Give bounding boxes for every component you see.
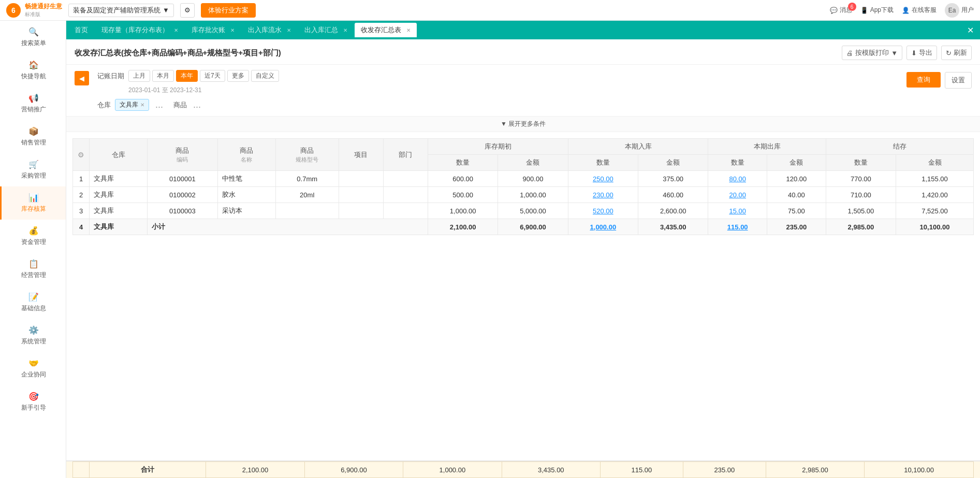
sub-label: 小计 xyxy=(148,219,428,235)
cell-bal-amt: 7,525.00 xyxy=(896,203,974,219)
date-btn-this-month[interactable]: 本月 xyxy=(152,70,174,82)
cell-out-qty[interactable]: 20.00 xyxy=(708,187,767,203)
export-btn[interactable]: ⬇ 导出 xyxy=(906,46,937,60)
tab-inventory-dist[interactable]: 现存量（库存分布表） ✕ xyxy=(95,23,184,37)
filter-area: ◀ 记账日期 上月 本月 本年 近7天 更多 自定义 xyxy=(66,65,980,117)
goods-more-btn[interactable]: ... xyxy=(191,99,203,110)
sidebar-item-search-menu[interactable]: 🔍 搜索菜单 xyxy=(0,21,66,54)
cell-in-qty[interactable]: 520.00 xyxy=(568,203,638,219)
sidebar-label-marketing: 营销推广 xyxy=(21,105,46,114)
operations-icon: 📋 xyxy=(28,259,39,269)
tab-inventory-dist-close[interactable]: ✕ xyxy=(174,27,178,33)
expand-more-btn[interactable]: ▼ 展开更多条件 xyxy=(66,117,980,132)
sidebar-item-basic-info[interactable]: 📝 基础信息 xyxy=(0,286,66,319)
print-btn[interactable]: 🖨 按模版打印 ▼ xyxy=(842,46,902,60)
sidebar-label-purchase: 采购管理 xyxy=(21,171,46,180)
try-btn[interactable]: 体验行业方案 xyxy=(201,3,256,18)
sub-bal-qty: 2,985.00 xyxy=(826,219,896,235)
sidebar-item-quick-nav[interactable]: 🏠 快捷导航 xyxy=(0,54,66,87)
main-table: ⚙ 仓库 商品编码 商品名称 商品规格型号 项目 部门 库存期初 本期入库 本 xyxy=(72,138,974,235)
table-row: 2 文具库 0100002 胶水 20ml 500.00 1,000.00 23… xyxy=(73,187,974,203)
sidebar: 🔍 搜索菜单 🏠 快捷导航 📢 营销推广 📦 销售管理 🛒 采购管理 📊 库存核… xyxy=(0,21,66,478)
page-content: 收发存汇总表(按仓库+商品编码+商品+规格型号+项目+部门) 🖨 按模版打印 ▼… xyxy=(66,39,980,460)
warehouse-tag-close[interactable]: ✕ xyxy=(140,102,144,108)
tab-receive-summary[interactable]: 收发存汇总表 ✕ xyxy=(355,23,417,37)
sub-out-qty[interactable]: 115.00 xyxy=(708,219,767,235)
tab-inout-flow-close[interactable]: ✕ xyxy=(287,27,291,33)
gear-icon: ⚙ xyxy=(184,6,191,14)
sidebar-label-basicinfo: 基础信息 xyxy=(21,304,46,313)
message-btn[interactable]: 💬 消息 6 xyxy=(830,6,852,15)
table-row: 3 文具库 0100003 采访本 1,000.00 5,000.00 520.… xyxy=(73,203,974,219)
query-btn[interactable]: 查询 xyxy=(906,72,941,88)
sidebar-item-purchase[interactable]: 🛒 采购管理 xyxy=(0,153,66,186)
cell-out-qty[interactable]: 15.00 xyxy=(708,203,767,219)
message-badge: 6 xyxy=(848,3,856,11)
date-range-text: 2023-01-01 至 2023-12-31 xyxy=(128,86,201,94)
th-period-out: 本期出库 xyxy=(708,139,826,155)
cell-out-qty[interactable]: 80.00 xyxy=(708,171,767,187)
system-name-dropdown[interactable]: 装备及固定资产辅助管理系统 ▼ xyxy=(68,4,174,17)
sidebar-item-marketing[interactable]: 📢 营销推广 xyxy=(0,87,66,120)
cell-in-qty[interactable]: 250.00 xyxy=(568,171,638,187)
tab-receive-summary-close[interactable]: ✕ xyxy=(406,27,411,33)
sidebar-item-finance[interactable]: 💰 资金管理 xyxy=(0,220,66,253)
online-service-btn[interactable]: 👤 在线客服 xyxy=(902,6,937,15)
date-btn-custom[interactable]: 自定义 xyxy=(251,70,279,82)
sidebar-item-inventory[interactable]: 📊 库存核算 xyxy=(0,186,66,220)
footer-label: 合计 xyxy=(90,462,206,478)
sales-icon: 📦 xyxy=(28,126,39,136)
cell-start-qty: 1,000.00 xyxy=(428,203,498,219)
sidebar-label-operations: 经营管理 xyxy=(21,271,46,280)
date-label: 记账日期 xyxy=(97,71,124,81)
tab-inout-summary-close[interactable]: ✕ xyxy=(343,27,347,33)
tab-inout-flow[interactable]: 出入库流水 ✕ xyxy=(242,23,297,37)
date-btn-more[interactable]: 更多 xyxy=(227,70,249,82)
sub-in-qty[interactable]: 1,000.00 xyxy=(568,219,638,235)
filter-right-actions: 查询 设置 xyxy=(906,70,972,89)
cell-bal-amt: 1,420.00 xyxy=(896,187,974,203)
print-icon: 🖨 xyxy=(846,49,853,57)
user-btn[interactable]: Ea 用户 xyxy=(945,3,974,18)
filter-toggle-btn[interactable]: ◀ xyxy=(75,71,89,85)
cell-goods-spec: 20ml xyxy=(275,187,339,203)
page-header: 收发存汇总表(按仓库+商品编码+商品+规格型号+项目+部门) 🖨 按模版打印 ▼… xyxy=(66,39,980,65)
cell-project xyxy=(339,203,383,219)
filter-fields: 记账日期 上月 本月 本年 近7天 更多 自定义 2023-01-0 xyxy=(97,70,898,111)
app-name: 畅捷通好生意 xyxy=(25,2,62,11)
tab-inout-summary[interactable]: 出入库汇总 ✕ xyxy=(298,23,354,37)
warehouse-more-btn[interactable]: ... xyxy=(153,99,165,110)
sub-start-qty: 2,100.00 xyxy=(428,219,498,235)
sidebar-item-guide[interactable]: 🎯 新手引导 xyxy=(0,385,66,418)
sidebar-item-operations[interactable]: 📋 经营管理 xyxy=(0,253,66,286)
date-btn-last-month[interactable]: 上月 xyxy=(128,70,150,82)
filter-settings-btn[interactable]: 设置 xyxy=(945,72,972,89)
settings-icon-btn[interactable]: ⚙ xyxy=(180,3,195,18)
sidebar-item-sales[interactable]: 📦 销售管理 xyxy=(0,120,66,153)
tab-bar-close-all[interactable]: ✕ xyxy=(963,25,978,35)
sidebar-item-enterprise[interactable]: 🤝 企业协同 xyxy=(0,352,66,385)
cell-project xyxy=(339,171,383,187)
date-btn-last7days[interactable]: 近7天 xyxy=(200,70,225,82)
th-settings[interactable]: ⚙ xyxy=(73,139,90,171)
content-area: 首页 现存量（库存分布表） ✕ 库存批次账 ✕ 出入库流水 ✕ 出入库汇总 ✕ … xyxy=(66,21,980,478)
th-out-amt: 金额 xyxy=(767,155,826,171)
footer-bal-amt: 10,100.00 xyxy=(865,462,974,478)
sidebar-label-sales: 销售管理 xyxy=(21,138,46,147)
cell-warehouse: 文具库 xyxy=(90,203,148,219)
table-gear-icon[interactable]: ⚙ xyxy=(78,151,84,159)
cell-start-qty: 500.00 xyxy=(428,187,498,203)
tab-batch-ledger[interactable]: 库存批次账 ✕ xyxy=(185,23,241,37)
tab-batch-ledger-close[interactable]: ✕ xyxy=(230,27,235,33)
cell-no: 2 xyxy=(73,187,90,203)
cell-out-amt: 40.00 xyxy=(767,187,826,203)
sidebar-item-system[interactable]: ⚙️ 系统管理 xyxy=(0,319,66,352)
cell-warehouse: 文具库 xyxy=(90,187,148,203)
export-label: 导出 xyxy=(919,48,932,57)
cell-in-qty[interactable]: 230.00 xyxy=(568,187,638,203)
download-icon: 📱 xyxy=(860,7,868,14)
app-download-btn[interactable]: 📱 App下载 xyxy=(860,6,894,15)
tab-home[interactable]: 首页 xyxy=(68,23,94,37)
date-btn-this-year[interactable]: 本年 xyxy=(176,70,198,82)
refresh-btn[interactable]: ↻ 刷新 xyxy=(941,46,972,60)
